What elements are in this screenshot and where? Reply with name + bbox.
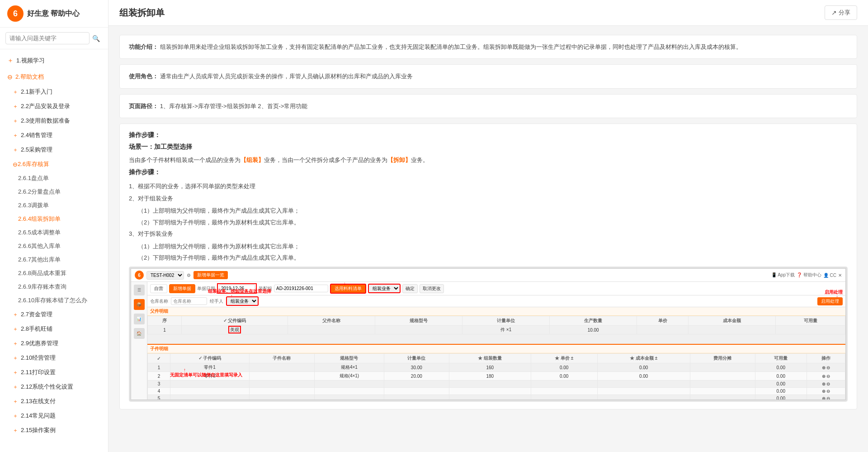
table-row: 50.00⊕ ⊖: [148, 395, 845, 400]
sidebar-leaf-stocktake[interactable]: 2.6.1盘点单: [0, 171, 108, 185]
sidebar-item-faq[interactable]: ＋ 2.14常见问题: [0, 409, 108, 423]
mock-cell-spec: [375, 326, 462, 334]
mock-close-icon[interactable]: ✕: [838, 273, 842, 278]
sidebar-item-print-label: 2.11打印设置: [21, 368, 56, 376]
nav-section-2: ⊖ 2.帮助文档 ＋ 2.1新手入门 ＋ 2.2产品安装及登录 ＋ 2.3使用前…: [0, 69, 108, 438]
sidebar-item-purchase[interactable]: ＋ 2.5采购管理: [0, 143, 108, 157]
sidebar-item-purchase-label: 2.5采购管理: [21, 146, 52, 154]
mock-tab-1[interactable]: 自营: [150, 284, 167, 293]
role-text: 通常由生产人员或库管人员完成折装业务的操作，库管人员确认原材料的出库和产成品的入…: [160, 73, 413, 80]
sidebar-leaf-cost-recalc[interactable]: 2.6.8商品成本重算: [0, 266, 108, 280]
search-button[interactable]: 🔍: [90, 33, 103, 44]
table-row: 2 零件2 规格(4×1) 20.00 180 0.00: [148, 372, 845, 381]
sidebar-item-docs[interactable]: ⊖ 2.帮助文档: [0, 69, 108, 85]
annotation-arrow-4: ↑: [836, 295, 839, 299]
sidebar-leaf-transfer[interactable]: 2.6.3调拨单: [0, 199, 108, 212]
logo-text: 好生意 帮助中心: [27, 9, 80, 19]
annotation-arrow-1: ↓: [344, 282, 346, 286]
mock-bot-col-action: 操作: [807, 354, 845, 363]
expand-icon-cases: ＋: [13, 427, 18, 434]
mock-col-unit: 计量单位: [462, 316, 550, 326]
nav-list: ＋ 1.视频学习 ⊖ 2.帮助文档 ＋ 2.1新手入门 ＋ 2.2产品安装及登录: [0, 49, 108, 452]
sidebar-item-mobile[interactable]: ＋ 2.8手机旺铺: [0, 322, 108, 336]
mock-body: ☰ 📦 📊 🏠 自营 新增单据: [131, 282, 845, 400]
sidebar-item-prepare[interactable]: ＋ 2.3使用前数据准备: [0, 114, 108, 128]
expand-icon-payment: ＋: [13, 398, 18, 405]
mock-tab-2[interactable]: 新增单据: [169, 284, 195, 293]
expand-icon-customize: ＋: [13, 383, 18, 391]
sidebar-item-ops[interactable]: ＋ 2.10经营管理: [0, 351, 108, 365]
sidebar-item-videos[interactable]: ＋ 1.视频学习: [0, 53, 108, 68]
mock-settings-icon: ⚙: [187, 273, 191, 278]
ops-section: 操作步骤： 场景一：加工类型选择 当由多个子件材料组装成一个成品的业务为【组装】…: [119, 124, 857, 409]
mock-code-highlight: 美观: [228, 326, 241, 333]
mock-cancel-btn[interactable]: 取消更改: [420, 284, 444, 293]
mock-bot-col-spec: 规格型号: [314, 354, 384, 363]
share-button[interactable]: ↗ 分享: [825, 5, 857, 20]
sidebar-item-payment[interactable]: ＋ 2.13在线支付: [0, 394, 108, 409]
mock-cell-cost: [689, 326, 776, 334]
sidebar-leaf-cost-adjust[interactable]: 2.6.5成本调整单: [0, 226, 108, 239]
mock-new-btn[interactable]: 新增单据一览: [193, 271, 228, 279]
sidebar-leaf-other-in[interactable]: 2.6.6其他入库单: [0, 239, 108, 253]
sidebar-item-customize[interactable]: ＋ 2.12系统个性化设置: [0, 380, 108, 394]
sidebar-item-print[interactable]: ＋ 2.11打印设置: [0, 365, 108, 380]
sidebar-item-inventory[interactable]: ⊖ 2.6库存核算: [0, 157, 108, 171]
mock-confirm-btn[interactable]: 确定: [402, 284, 418, 293]
mock-nav-icon-2[interactable]: 📦: [134, 299, 145, 310]
sidebar-leaf-ledger-query[interactable]: 2.6.9库存账本查询: [0, 280, 108, 294]
mock-type-select[interactable]: 组装业务 拆卸业务: [368, 284, 401, 293]
mock-bot-col-cost2: 费用分摊: [690, 354, 755, 363]
mock-bom-btn[interactable]: 选用料料清单: [330, 284, 366, 294]
screenshot-container: 6 TEST-H002 ⚙ 新增单据一览 📱 App下载 ❓ 帮助中心 👤 CC…: [129, 266, 848, 402]
mock-enable-btn[interactable]: 启用处理: [817, 297, 843, 305]
sidebar-leaf-other-out[interactable]: 2.6.7其他出库单: [0, 253, 108, 266]
sidebar-item-mobile-label: 2.8手机旺铺: [21, 325, 52, 333]
mock-topbar: 6 TEST-H002 ⚙ 新增单据一览 📱 App下载 ❓ 帮助中心 👤 CC…: [131, 269, 845, 282]
mock-bot-table: ✓ ✓ 子件编码 子件名称 规格型号 计量单位 ★ 组装数量 ★ 单价 ±: [147, 353, 845, 400]
expand-icon-sales: ＋: [13, 132, 18, 139]
mock-nav-icon-4[interactable]: 🏠: [134, 328, 145, 339]
sidebar-item-capital[interactable]: ＋ 2.7资金管理: [0, 307, 108, 322]
step3: 3、对于拆装业务: [129, 228, 848, 239]
ops-steps-label: 操作步骤：: [129, 168, 848, 176]
mock-nav-icon-1[interactable]: ☰: [134, 285, 145, 295]
sidebar-item-inventory-label: 2.6库存核算: [18, 160, 49, 168]
mock-section-header-top: 父件明细: [147, 307, 845, 316]
mock-cell-unit: 件 ×1: [462, 326, 550, 334]
scene1-title: 场景一：加工类型选择: [129, 143, 848, 151]
nav-sub-list: ＋ 2.1新手入门 ＋ 2.2产品安装及登录 ＋ 2.3使用前数据准备 ＋ 2.…: [0, 85, 108, 438]
mock-assembly-input[interactable]: [274, 285, 328, 292]
sidebar-leaf-split-stocktake[interactable]: 2.6.2分量盘点单: [0, 185, 108, 199]
mock-section-header-bot: 子件明细: [147, 345, 845, 353]
sidebar-item-beginner[interactable]: ＋ 2.1新手入门: [0, 85, 108, 99]
mock-main: 自营 新增单据 单据日期 装配组: [147, 282, 845, 400]
table-row: 1 美观 件 ×1 10.00: [148, 326, 845, 334]
mock-top-table: 序 ✓ 父件编码 父件名称 规格型号 计量单位 生产数量 单价: [147, 316, 845, 334]
mock-help-icon: ❓ 帮助中心: [797, 272, 821, 278]
share-label: 分享: [839, 9, 850, 17]
mock-toolbar-2: 仓库名称 经手人 组装业务、拆卸业务在这里选择 ↑ 组装业务 拆卸业务: [147, 295, 845, 307]
page-title: 组装拆卸单: [119, 7, 165, 19]
mock-nav-icon-3[interactable]: 📊: [134, 314, 145, 324]
sidebar-item-install[interactable]: ＋ 2.2产品安装及登录: [0, 99, 108, 114]
mock-bot-col-price: ★ 单价 ±: [531, 354, 597, 363]
mock-bot-col-avail: 可用量: [755, 354, 807, 363]
role-label: 使用角色：: [129, 73, 158, 80]
search-input[interactable]: [5, 32, 90, 44]
expand-icon-purchase: ＋: [13, 146, 18, 154]
expand-icon-capital: ＋: [13, 311, 18, 319]
mock-warehouse-input[interactable]: [171, 297, 207, 305]
sidebar-leaf-assembly[interactable]: 2.6.4组装拆卸单: [0, 212, 108, 226]
sidebar-item-coupon[interactable]: ＋ 2.9优惠券管理: [0, 336, 108, 351]
mock-company-select[interactable]: TEST-H002: [146, 271, 184, 280]
table-row: 40.00⊕ ⊖: [148, 388, 845, 395]
content-area: 功能介绍： 组装拆卸单用来处理企业组装或拆卸等加工业务，支持有固定装配清单的产品…: [108, 26, 868, 452]
sidebar-item-cases[interactable]: ＋ 2.15操作案例: [0, 423, 108, 438]
sidebar-leaf-ledger-fix[interactable]: 2.6.10库存账本错了怎么办: [0, 294, 108, 307]
mock-bot-col-name: 子件名称: [250, 354, 315, 363]
sidebar-item-sales[interactable]: ＋ 2.4销售管理: [0, 128, 108, 143]
expand-icon-ops: ＋: [13, 354, 18, 362]
sidebar-item-customize-label: 2.12系统个性化设置: [21, 383, 73, 391]
mock-bom-area: 有装配清单的在这里处理 ↓ 选用料料清单 组装业务 拆卸业务: [330, 284, 444, 294]
